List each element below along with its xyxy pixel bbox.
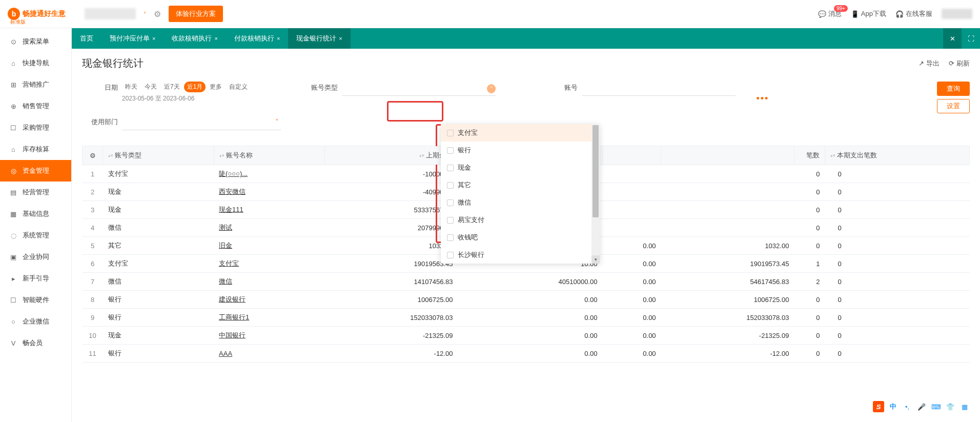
account-input[interactable] [582, 85, 736, 92]
dropdown-item-7[interactable]: 长沙银行 [441, 246, 600, 264]
export-button[interactable]: ↗导出 [918, 59, 940, 68]
checkbox[interactable] [447, 147, 454, 154]
sidebar-item-3[interactable]: ⊕销售管理 [0, 95, 71, 117]
account-name-link[interactable]: 工商银行1 [219, 313, 249, 321]
sidebar-item-12[interactable]: ☐智能硬件 [0, 289, 71, 311]
date-chip-4[interactable]: 更多 [207, 82, 225, 92]
experience-plan-button[interactable]: 体验行业方案 [169, 6, 223, 22]
tab-close-icon[interactable]: × [277, 35, 280, 42]
sidebar-item-14[interactable]: V畅会员 [0, 332, 71, 354]
sidebar-item-4[interactable]: ☐采购管理 [0, 117, 71, 138]
dropdown-scrollbar[interactable]: ▾ [591, 124, 600, 264]
table-settings-header[interactable]: ⚙ [83, 146, 103, 165]
ime-lang-toggle[interactable]: 中 [887, 401, 899, 412]
account-name-link[interactable]: AAA [219, 350, 232, 357]
dropdown-item-5[interactable]: 易宝支付 [441, 211, 600, 229]
ime-toolbox-icon[interactable]: ▦ [959, 401, 970, 412]
table-row: 9 银行 工商银行1 152033078.03 0.00 0.00 152033… [83, 309, 970, 327]
sidebar-item-2[interactable]: ⊞营销推广 [0, 74, 71, 95]
account-name-link[interactable]: 旧金 [219, 242, 232, 249]
sidebar-item-0[interactable]: ⊙搜索菜单 [0, 31, 71, 52]
sidebar-item-1[interactable]: ⌂快捷导航 [0, 52, 71, 74]
date-chip-1[interactable]: 今天 [141, 82, 160, 92]
checkbox[interactable] [447, 199, 454, 206]
fullscreen-button[interactable]: ⛶ [962, 28, 980, 49]
user-avatar-blurred[interactable] [942, 9, 972, 19]
table-row: 10 现金 中国银行 -21325.09 0.00 0.00 -21325.09… [83, 327, 970, 345]
date-chip-5[interactable]: 自定义 [226, 82, 251, 92]
tab-close-icon[interactable]: × [339, 35, 342, 42]
sidebar-item-9[interactable]: ◌系统管理 [0, 225, 71, 246]
account-name-link[interactable]: 测试 [219, 224, 232, 231]
settings-gear-icon[interactable]: ⚙ [154, 9, 161, 19]
checkbox[interactable] [447, 182, 454, 189]
checkbox[interactable] [447, 234, 454, 241]
table-row: 8 银行 建设银行 1006725.00 0.00 0.00 1006725.0… [83, 291, 970, 309]
dropdown-item-4[interactable]: 微信 [441, 194, 600, 211]
sidebar-item-10[interactable]: ▣企业协同 [0, 246, 71, 268]
settings-button[interactable]: 设置 [937, 99, 970, 113]
logo-text: 畅捷通好生意 [23, 9, 66, 18]
checkbox[interactable] [447, 130, 454, 136]
account-select[interactable] [582, 82, 736, 96]
date-chip-3[interactable]: 近1月 [184, 82, 206, 92]
tab-0[interactable]: 首页 [72, 28, 101, 49]
col-count[interactable]: 笔数 [794, 146, 825, 165]
dropdown-item-1[interactable]: 银行 [441, 142, 600, 159]
tab-close-icon[interactable]: × [152, 35, 155, 42]
tab-2[interactable]: 收款核销执行× [164, 28, 226, 49]
dropdown-item-0[interactable]: 支付宝 [441, 124, 600, 142]
close-tab-button[interactable]: ✕ [943, 28, 962, 49]
ime-keyboard-icon[interactable]: ⌨ [930, 401, 942, 412]
refresh-button[interactable]: ⟳刷新 [949, 59, 970, 68]
dropdown-item-3[interactable]: 其它 [441, 176, 600, 194]
scrollbar-down-icon[interactable]: ▾ [591, 255, 600, 264]
tab-1[interactable]: 预付冲应付单× [101, 28, 164, 49]
company-chevron-icon[interactable]: ˅ [144, 11, 146, 17]
account-name-link[interactable]: 西安微信 [219, 188, 246, 195]
more-filters-button[interactable]: ••• [756, 93, 769, 104]
ime-sogou-icon[interactable]: S [873, 401, 884, 412]
date-chip-2[interactable]: 近7天 [161, 82, 183, 92]
sidebar-item-6[interactable]: ◎资金管理 [0, 160, 71, 182]
checkbox[interactable] [447, 165, 454, 171]
dropdown-item-2[interactable]: 现金 [441, 159, 600, 176]
sidebar-icon: ⌂ [9, 146, 17, 153]
ime-mic-icon[interactable]: 🎤 [916, 401, 927, 412]
account-name-link[interactable]: 现金111 [219, 206, 243, 213]
account-name-link[interactable]: 支付宝 [219, 259, 239, 267]
tab-4[interactable]: 现金银行统计× [288, 28, 350, 49]
dept-select[interactable] [122, 116, 281, 130]
app-download-link[interactable]: 📱 App下载 [851, 9, 886, 18]
search-button[interactable]: 查询 [937, 82, 970, 96]
messages-link[interactable]: 💬 消息 99+ [818, 9, 842, 18]
sidebar-item-5[interactable]: ⌂库存核算 [0, 138, 71, 160]
tab-3[interactable]: 付款核销执行× [226, 28, 288, 49]
collapse-up-icon[interactable]: ˄ [487, 84, 496, 93]
account-name-link[interactable]: 中国银行 [219, 331, 246, 339]
account-name-link[interactable]: 陡(○○○)... [219, 170, 248, 177]
checkbox[interactable] [447, 252, 454, 258]
sidebar-icon: ◌ [9, 232, 17, 239]
tabs-bar: 首页预付冲应付单×收款核销执行×付款核销执行×现金银行统计× ✕ ⛶ [72, 28, 980, 49]
ime-skin-icon[interactable]: 👕 [945, 401, 956, 412]
col-account-type[interactable]: ▴▾账号类型 [103, 146, 214, 165]
tab-close-icon[interactable]: × [214, 35, 217, 42]
col-prev-balance[interactable]: ▴▾上期余额 [325, 146, 458, 165]
date-chip-0[interactable]: 昨天 [122, 82, 140, 92]
dropdown-item-6[interactable]: 收钱吧 [441, 229, 600, 246]
online-service-link[interactable]: 🎧 在线客服 [895, 9, 932, 18]
account-name-link[interactable]: 微信 [219, 277, 232, 285]
sidebar-item-8[interactable]: ▦基础信息 [0, 203, 71, 225]
account-name-link[interactable]: 建设银行 [219, 295, 246, 303]
sidebar-item-11[interactable]: ▸新手引导 [0, 268, 71, 289]
checkbox[interactable] [447, 217, 454, 224]
ime-punct-icon[interactable]: •, [902, 401, 913, 412]
account-type-select[interactable]: ˄ [342, 82, 496, 96]
sidebar-item-13[interactable]: ○企业微信 [0, 311, 71, 332]
col-account-name[interactable]: ▴▾账号名称 [214, 146, 325, 165]
col-expense-count[interactable]: ▴▾本期支出笔数 [825, 146, 969, 165]
scrollbar-thumb[interactable] [593, 125, 599, 217]
account-type-input[interactable] [342, 85, 487, 92]
sidebar-item-7[interactable]: ▤经营管理 [0, 182, 71, 203]
